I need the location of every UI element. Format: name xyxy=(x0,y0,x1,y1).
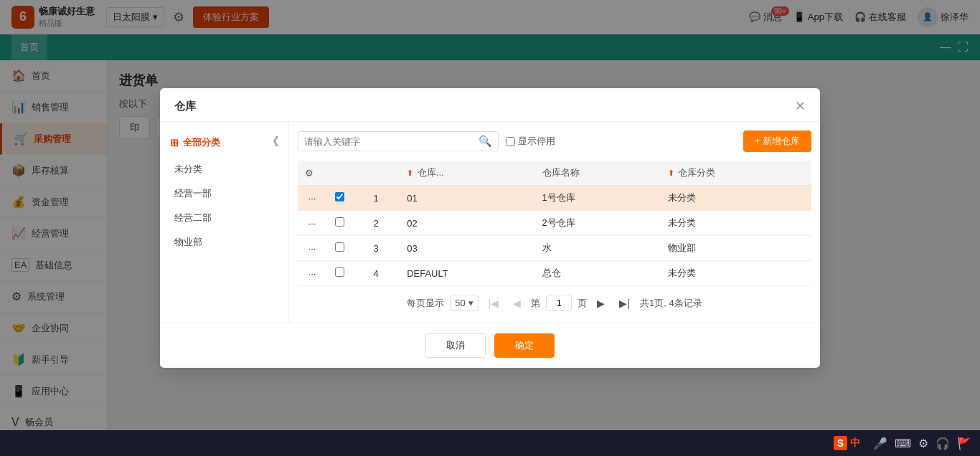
th-category: ⬆ 仓库分类 xyxy=(661,161,811,186)
category-header: ⊞ 全部分类 《 xyxy=(160,130,288,157)
close-icon[interactable]: ✕ xyxy=(795,98,806,114)
dialog-footer: 取消 确定 xyxy=(160,323,820,368)
category-panel: ⊞ 全部分类 《 未分类 经营一部 经营二部 物业部 xyxy=(160,122,289,323)
chevron-down-icon: ▾ xyxy=(468,298,473,308)
table-body: ··· 1 01 1号仓库 未分类 ··· 2 02 2号仓库 未分类 ··· … xyxy=(298,186,811,286)
settings-tray-icon[interactable]: ⚙ xyxy=(918,437,928,450)
row-id: 01 xyxy=(400,186,534,211)
category-item-property[interactable]: 物业部 xyxy=(160,230,288,255)
table-container: ⚙ ⬆ 仓库... 仓库名称 xyxy=(298,161,811,286)
category-item-ops1[interactable]: 经营一部 xyxy=(160,181,288,206)
table-row[interactable]: ··· 1 01 1号仓库 未分类 xyxy=(298,186,811,211)
table-head: ⚙ ⬆ 仓库... 仓库名称 xyxy=(298,161,811,186)
flag-icon[interactable]: 🚩 xyxy=(957,437,971,450)
th-name: 仓库名称 xyxy=(535,161,661,186)
th-gear: ⚙ xyxy=(298,161,326,186)
last-page-button[interactable]: ▶| xyxy=(615,296,634,310)
row-category: 未分类 xyxy=(661,186,811,211)
row-name: 水 xyxy=(535,236,661,261)
row-category: 未分类 xyxy=(661,211,811,236)
dialog-title: 仓库 xyxy=(174,100,196,113)
per-page-select[interactable]: 50 ▾ xyxy=(450,295,478,311)
row-no: 1 xyxy=(352,186,400,211)
row-id: 02 xyxy=(400,211,534,236)
row-checkbox[interactable] xyxy=(326,236,352,261)
bottom-bar: S 中 🎤 ⌨ ⚙ 🎧 🚩 xyxy=(0,430,980,456)
row-action: ··· xyxy=(298,186,326,211)
table-panel: 🔍 显示停用 + 新增仓库 ⚙ xyxy=(289,122,820,323)
mic-icon[interactable]: 🎤 xyxy=(873,437,887,450)
row-no: 3 xyxy=(352,236,400,261)
row-action: ··· xyxy=(298,261,326,286)
category-item-ops2[interactable]: 经营二部 xyxy=(160,206,288,230)
keyboard-icon[interactable]: ⌨ xyxy=(895,437,911,450)
sort-icon-cat: ⬆ xyxy=(668,168,674,177)
first-page-button[interactable]: |◀ xyxy=(484,296,504,310)
modal-overlay: 仓库 ✕ ⊞ 全部分类 《 未分类 经营一部 经营二部 物业部 xyxy=(0,0,980,456)
th-index xyxy=(352,161,400,186)
brand-s-icon: S xyxy=(834,436,847,450)
warehouse-dialog: 仓库 ✕ ⊞ 全部分类 《 未分类 经营一部 经营二部 物业部 xyxy=(160,88,820,368)
search-box: 🔍 xyxy=(298,131,499,151)
header-row: ⚙ ⬆ 仓库... 仓库名称 xyxy=(298,161,811,186)
row-action: ··· xyxy=(298,211,326,236)
search-input[interactable] xyxy=(304,136,474,147)
row-name: 2号仓库 xyxy=(535,211,661,236)
th-id: ⬆ 仓库... xyxy=(400,161,534,186)
row-id: DEFAULT xyxy=(400,261,534,286)
row-no: 2 xyxy=(352,211,400,236)
show-disabled-checkbox[interactable] xyxy=(506,137,515,146)
confirm-button[interactable]: 确定 xyxy=(494,333,555,358)
search-icon[interactable]: 🔍 xyxy=(479,135,492,148)
table-row[interactable]: ··· 4 DEFAULT 总仓 未分类 xyxy=(298,261,811,286)
row-name: 总仓 xyxy=(535,261,661,286)
table-toolbar: 🔍 显示停用 + 新增仓库 xyxy=(298,130,811,152)
row-action: ··· xyxy=(298,236,326,261)
row-category: 物业部 xyxy=(661,236,811,261)
prev-page-button[interactable]: ◀ xyxy=(509,296,525,310)
row-category: 未分类 xyxy=(661,261,811,286)
th-checkbox xyxy=(326,161,352,186)
row-checkbox[interactable] xyxy=(326,261,352,286)
grid-icon: ⊞ xyxy=(170,137,179,148)
row-no: 4 xyxy=(352,261,400,286)
row-name: 1号仓库 xyxy=(535,186,661,211)
sort-icon: ⬆ xyxy=(407,168,413,177)
row-checkbox[interactable] xyxy=(326,186,352,211)
row-id: 03 xyxy=(400,236,534,261)
next-page-button[interactable]: ▶ xyxy=(593,296,609,310)
table-row[interactable]: ··· 2 02 2号仓库 未分类 xyxy=(298,211,811,236)
brand-label: S 中 xyxy=(834,436,860,450)
show-disabled-label[interactable]: 显示停用 xyxy=(506,135,555,148)
add-warehouse-button[interactable]: + 新增仓库 xyxy=(743,130,811,152)
warehouse-table: ⚙ ⬆ 仓库... 仓库名称 xyxy=(298,161,811,286)
dialog-body: ⊞ 全部分类 《 未分类 经营一部 经营二部 物业部 🔍 xyxy=(160,122,820,323)
headphone-tray-icon[interactable]: 🎧 xyxy=(936,437,950,450)
page-input[interactable] xyxy=(546,295,572,311)
cancel-button[interactable]: 取消 xyxy=(425,333,486,358)
row-checkbox[interactable] xyxy=(326,211,352,236)
category-item-uncategorized[interactable]: 未分类 xyxy=(160,157,288,181)
table-row[interactable]: ··· 3 03 水 物业部 xyxy=(298,236,811,261)
pagination: 每页显示 50 ▾ |◀ ◀ 第 页 ▶ ▶| 共1页, 4条记录 xyxy=(298,286,811,314)
dialog-header: 仓库 ✕ xyxy=(160,88,820,122)
collapse-icon[interactable]: 《 xyxy=(267,135,278,150)
